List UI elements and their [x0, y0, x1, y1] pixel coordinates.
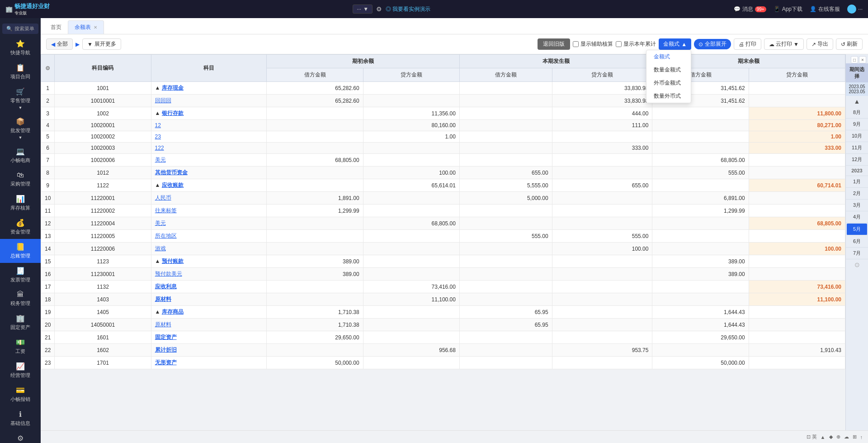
month-item-6[interactable]: 1月: [846, 176, 868, 188]
table-row-code[interactable]: 10020001: [55, 120, 151, 131]
download-btn[interactable]: 📱 App下载: [774, 5, 802, 13]
auxiliary-checkbox[interactable]: [573, 41, 579, 47]
show-year-check[interactable]: 显示本年累计: [616, 40, 656, 48]
table-row-code[interactable]: 1602: [55, 344, 151, 357]
status-arrow[interactable]: ▲: [821, 434, 826, 440]
table-row-code[interactable]: 11220001: [55, 192, 151, 205]
search-menu-btn[interactable]: 🔍 搜索菜单: [2, 24, 38, 34]
table-row-code[interactable]: 1012: [55, 167, 151, 179]
table-row-subject[interactable]: 无形资产: [151, 357, 267, 369]
table-row-code[interactable]: 1001: [55, 82, 151, 95]
month-item-2[interactable]: 10月: [846, 130, 868, 142]
month-item-12[interactable]: 7月: [846, 248, 868, 259]
table-row-subject[interactable]: 固定资产: [151, 331, 267, 344]
message-btn[interactable]: 💬 消息 99+: [734, 5, 766, 13]
sidebar-item-system[interactable]: ⚙ 系统管理: [0, 430, 41, 443]
table-row-code[interactable]: 1601: [55, 331, 151, 344]
amount-mode-dropdown[interactable]: 金额式 ▲ 金额式 数量金额式 外币金额式 数量外币式: [659, 38, 691, 50]
status-diamond[interactable]: ◆: [829, 434, 833, 440]
table-row-code[interactable]: 1132: [55, 281, 151, 293]
month-item-10[interactable]: 5月: [847, 224, 867, 235]
period-down-arrow[interactable]: ⊙: [846, 259, 868, 270]
table-row-subject[interactable]: 应收利息: [151, 281, 267, 293]
return-old-btn[interactable]: 退回旧版: [538, 38, 570, 50]
period-up-arrow[interactable]: ▲: [846, 96, 868, 107]
table-row-code[interactable]: 11220006: [55, 243, 151, 255]
table-row-subject[interactable]: ▲ 预付账款: [151, 255, 267, 268]
status-cloud[interactable]: ☁: [844, 434, 849, 440]
table-row-subject[interactable]: 美元: [151, 154, 267, 167]
refresh-btn[interactable]: ↺ 刷新: [836, 38, 863, 50]
status-lang[interactable]: ⊡ 英: [807, 433, 817, 440]
tab-balance[interactable]: 余额表 ✕: [68, 20, 104, 34]
breadcrumb-all-btn[interactable]: ◀ 全部: [46, 38, 73, 50]
table-row-subject[interactable]: ▲ 银行存款: [151, 107, 267, 120]
close-panel-btn[interactable]: ×: [859, 56, 866, 63]
sidebar-item-purchase[interactable]: 🛍 采购管理: [0, 167, 41, 191]
table-row-subject[interactable]: 23: [151, 131, 267, 143]
month-item-0[interactable]: 8月: [846, 107, 868, 119]
table-row-subject[interactable]: 12: [151, 120, 267, 131]
table-row-code[interactable]: 10020006: [55, 154, 151, 167]
table-row-code[interactable]: 10010001: [55, 95, 151, 107]
month-item-5[interactable]: 2023: [846, 166, 868, 176]
tab-close-icon[interactable]: ✕: [94, 25, 97, 30]
demo-link[interactable]: ◎ 我要看实例演示: [386, 5, 430, 13]
table-row-code[interactable]: 10020002: [55, 131, 151, 143]
sidebar-item-operations[interactable]: 📈 经营管理: [0, 358, 41, 382]
table-row-code[interactable]: 1403: [55, 293, 151, 306]
print-btn[interactable]: 🖨 打印: [734, 38, 761, 50]
table-row-code[interactable]: 1002: [55, 107, 151, 120]
sidebar-item-ecommerce[interactable]: 💻 小畅电商: [0, 143, 41, 167]
table-row-subject[interactable]: 美元: [151, 217, 267, 230]
sidebar-item-project[interactable]: 📋 项目合同: [0, 60, 41, 84]
month-item-3[interactable]: 11月: [846, 142, 868, 154]
table-row-subject[interactable]: 其他货币资金: [151, 167, 267, 179]
table-row-subject[interactable]: 往来标签: [151, 205, 267, 217]
sidebar-item-tax[interactable]: 🏛 税务管理: [0, 287, 41, 310]
sidebar-item-inventory[interactable]: 📊 库存核算: [0, 191, 41, 215]
expand-all-btn[interactable]: ⊙ 全部展开: [694, 39, 731, 49]
export-btn[interactable]: ↗ 导出: [807, 38, 833, 50]
table-row-subject[interactable]: 原材料: [151, 293, 267, 306]
table-row-subject[interactable]: 原材料: [151, 319, 267, 331]
dropdown-item-qty-foreign[interactable]: 数量外币式: [646, 90, 691, 103]
table-row-subject[interactable]: ▲ 库存现金: [151, 82, 267, 95]
expand-panel-btn[interactable]: □: [851, 56, 858, 63]
table-row-subject[interactable]: 人民币: [151, 192, 267, 205]
table-row-subject[interactable]: 累计折旧: [151, 344, 267, 357]
dropdown-item-foreign-amount[interactable]: 外币金额式: [646, 76, 691, 90]
tab-home[interactable]: 首页: [44, 21, 68, 34]
sidebar-item-invoice[interactable]: 🧾 发票管理: [0, 263, 41, 287]
month-item-7[interactable]: 2月: [846, 188, 868, 200]
month-item-11[interactable]: 6月: [846, 236, 868, 248]
sidebar-item-sales[interactable]: 💳 小畅报销: [0, 382, 41, 406]
settings-btn[interactable]: ⚙: [376, 5, 382, 13]
table-row-subject[interactable]: 游戏: [151, 243, 267, 255]
company-select[interactable]: ··· ▼: [353, 5, 373, 14]
show-auxiliary-check[interactable]: 显示辅助核算: [573, 40, 613, 48]
sidebar-item-retail[interactable]: 🛒 零售管理 ▼: [0, 84, 41, 114]
breadcrumb-arrow-icon[interactable]: ▶: [75, 41, 80, 48]
expand-more-btn[interactable]: ▼ 展开更多: [82, 38, 121, 50]
period-select-header[interactable]: 期间选择: [846, 63, 868, 82]
month-item-8[interactable]: 3月: [846, 200, 868, 211]
status-grid[interactable]: ⊞: [853, 434, 857, 440]
table-row-subject[interactable]: 所在地区: [151, 230, 267, 243]
table-row-code[interactable]: 14050001: [55, 319, 151, 331]
user-btn[interactable]: ···: [847, 5, 863, 14]
month-item-1[interactable]: 9月: [846, 119, 868, 130]
table-row-subject[interactable]: ▲ 库存商品: [151, 306, 267, 319]
dropdown-item-qty-amount[interactable]: 数量金额式: [646, 63, 691, 76]
sidebar-item-assets[interactable]: 🏢 固定资产: [0, 310, 41, 334]
sidebar-item-wholesale[interactable]: 📦 批发管理 ▼: [0, 114, 41, 143]
table-row-code[interactable]: 11220005: [55, 230, 151, 243]
table-row-code[interactable]: 11220002: [55, 205, 151, 217]
table-row-code[interactable]: 10020003: [55, 143, 151, 154]
table-row-code[interactable]: 11230001: [55, 268, 151, 281]
table-row-code[interactable]: 1123: [55, 255, 151, 268]
table-row-subject[interactable]: 回回回: [151, 95, 267, 107]
sidebar-item-accounting[interactable]: 📒 总账管理: [0, 239, 41, 263]
service-btn[interactable]: 👤 在线客服: [810, 5, 840, 13]
table-row-subject[interactable]: 122: [151, 143, 267, 154]
